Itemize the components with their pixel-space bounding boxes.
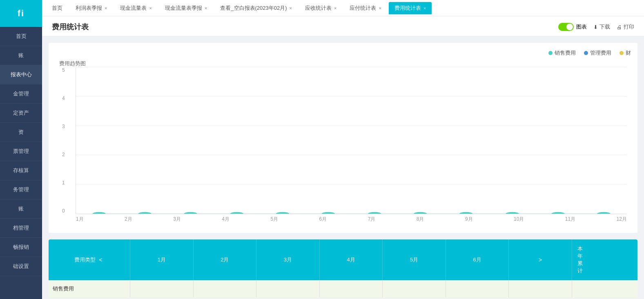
col-month-5: 5月 (383, 239, 446, 280)
row-sales-m3 (256, 280, 320, 297)
main-content: 首页 利润表季报 × 现金流量表 × 现金流量表季报 × 查看_空白报表(202… (42, 0, 644, 299)
svg-point-9 (506, 212, 519, 214)
x-axis-labels: 1月 2月 3月 4月 5月 6月 7月 8月 9月 10月 11月 12月 (76, 216, 627, 223)
row-sales-m6 (446, 280, 509, 297)
table-nav-prev[interactable]: < (97, 257, 104, 263)
sidebar-item-fixed-assets[interactable]: 定资产 (0, 104, 42, 123)
sidebar-item-accounts[interactable]: 账 (0, 199, 42, 219)
tab-cashflow-quarterly[interactable]: 现金流量表季报 × (159, 2, 213, 14)
legend-admin: 管理费用 (584, 49, 611, 57)
sidebar-logo: fi (0, 0, 42, 27)
col-month-1: 1月 (130, 239, 194, 280)
y-label-5: 5 (62, 67, 65, 73)
sidebar-item-invoice-mgmt[interactable]: 票管理 (0, 142, 42, 161)
svg-point-1 (138, 212, 151, 214)
row-sales-m5 (383, 280, 446, 297)
col-ytd-label: 本年累计 (576, 245, 584, 275)
svg-point-3 (230, 212, 243, 214)
header-actions: 图表 ⬇ 下载 🖨 打印 (558, 23, 634, 31)
tab-receivable-label: 应收统计表 (305, 4, 332, 12)
y-label-0: 0 (62, 208, 65, 214)
svg-point-10 (551, 212, 564, 214)
legend-finance: 财 (619, 49, 631, 57)
legend-admin-label: 管理费用 (590, 49, 611, 57)
tab-receivable-close[interactable]: × (334, 6, 336, 11)
col-month-3-label: 3月 (284, 256, 292, 264)
toggle-thumb (566, 24, 573, 30)
sidebar: fi 首页 账 报表中心 金管理 定资产 资 票管理 存核算 务管理 账 档管理… (0, 0, 42, 299)
chart-container: 费用趋势图 0 1 2 3 4 5 (59, 60, 631, 214)
col-ytd: 本年累计 (572, 239, 588, 280)
svg-point-8 (459, 212, 472, 214)
sidebar-item-promo[interactable]: 畅报销 (0, 238, 42, 257)
tab-expense[interactable]: 费用统计表 × (389, 2, 432, 14)
row-sales-m1 (130, 280, 194, 297)
row-sales-m4 (320, 280, 383, 297)
x-label-jul: 7月 (368, 216, 376, 223)
tab-cashflow-quarterly-close[interactable]: × (205, 6, 207, 11)
col-month-2: 2月 (194, 239, 257, 280)
sidebar-item-capital[interactable]: 资 (0, 123, 42, 142)
svg-point-4 (276, 212, 289, 214)
tab-profit-quarterly[interactable]: 利润表季报 × (70, 2, 113, 14)
tab-payable-close[interactable]: × (379, 6, 381, 11)
page-title: 费用统计表 (52, 22, 89, 32)
content-area: 销售费用 管理费用 财 费用趋势图 0 1 2 (42, 36, 644, 299)
tab-blank-report-close[interactable]: × (290, 6, 292, 11)
sidebar-item-account[interactable]: 账 (0, 46, 42, 65)
tab-expense-close[interactable]: × (423, 6, 426, 11)
sidebar-item-archive-mgmt[interactable]: 档管理 (0, 219, 42, 238)
tab-payable-label: 应付统计表 (350, 4, 376, 12)
legend-admin-dot (584, 51, 588, 55)
legend-finance-label: 财 (626, 49, 631, 57)
svg-point-2 (184, 212, 197, 214)
toggle-track[interactable] (558, 23, 574, 31)
download-button[interactable]: ⬇ 下载 (593, 23, 610, 31)
tab-blank-report-label: 查看_空白报表(2023年02月) (220, 4, 287, 12)
print-icon: 🖨 (617, 24, 622, 30)
legend-sales: 销售费用 (548, 49, 576, 57)
col-month-3: 3月 (256, 239, 320, 280)
y-label-1: 1 (62, 180, 65, 186)
print-button[interactable]: 🖨 打印 (617, 23, 634, 31)
chart-legend: 销售费用 管理费用 财 (55, 49, 631, 57)
col-month-4-label: 4月 (347, 256, 355, 264)
x-label-apr: 4月 (222, 216, 230, 223)
tab-profit-quarterly-close[interactable]: × (105, 6, 107, 11)
svg-point-7 (414, 212, 427, 214)
x-label-mar: 3月 (173, 216, 181, 223)
sidebar-item-service-mgmt[interactable]: 务管理 (0, 180, 42, 199)
chart-area: 0 1 2 3 4 5 (76, 67, 627, 214)
x-label-may: 5月 (270, 216, 278, 223)
table-nav-next[interactable]: > (537, 257, 544, 263)
tab-receivable[interactable]: 应收统计表 × (299, 2, 342, 14)
row-sales-ytd (572, 280, 588, 297)
col-nav-next: > (509, 239, 572, 280)
chart-toggle[interactable]: 图表 (558, 23, 587, 31)
sidebar-item-settings[interactable]: 础设置 (0, 257, 42, 276)
page-header: 费用统计表 图表 ⬇ 下载 🖨 打印 (42, 16, 644, 36)
col-month-6: 6月 (446, 239, 509, 280)
tab-cashflow-close[interactable]: × (149, 6, 152, 11)
sidebar-item-fund-mgmt[interactable]: 金管理 (0, 84, 42, 104)
sidebar-item-report-center[interactable]: 报表中心 (0, 65, 42, 84)
tab-bar: 首页 利润表季报 × 现金流量表 × 现金流量表季报 × 查看_空白报表(202… (42, 0, 644, 16)
x-label-nov: 11月 (565, 216, 575, 223)
chart-svg (76, 67, 627, 214)
sidebar-item-inventory[interactable]: 存核算 (0, 161, 42, 180)
download-icon: ⬇ (593, 24, 598, 30)
legend-sales-dot (548, 51, 553, 55)
svg-point-5 (322, 212, 335, 214)
chart-toggle-label: 图表 (576, 23, 587, 31)
tab-payable[interactable]: 应付统计表 × (344, 2, 387, 14)
row-sales-type: 销售费用 (49, 280, 130, 297)
x-label-aug: 8月 (417, 216, 424, 223)
tab-home[interactable]: 首页 (46, 2, 68, 14)
sidebar-item-home[interactable]: 首页 (0, 27, 42, 46)
y-axis-labels: 0 1 2 3 4 5 (60, 67, 67, 214)
col-month-2-label: 2月 (221, 256, 229, 264)
table-header: 费用类型 < 1月 2月 3月 4月 5月 (49, 239, 637, 280)
tab-cashflow[interactable]: 现金流量表 × (114, 2, 157, 14)
y-label-2: 2 (62, 152, 65, 157)
tab-blank-report[interactable]: 查看_空白报表(2023年02月) × (214, 2, 298, 14)
